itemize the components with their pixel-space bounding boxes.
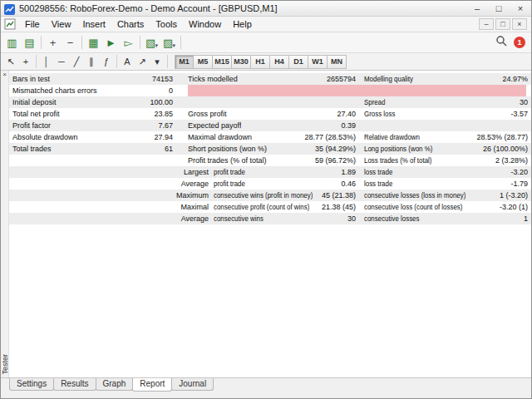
report-row: Averageconsecutive wins30consecutive los… — [9, 213, 531, 224]
tab-graph[interactable]: Graph — [96, 378, 134, 391]
trendline-icon[interactable]: ╱ — [69, 55, 84, 69]
timeframe-m1-button[interactable]: M1 — [175, 55, 194, 69]
zoom-in-icon[interactable]: + — [44, 34, 62, 52]
report-row: Absolute drawdown27.94Maximal drawdown28… — [9, 131, 531, 143]
search-icon[interactable] — [495, 35, 507, 50]
chart-document-icon[interactable] — [4, 18, 16, 30]
chart-shift-icon[interactable]: ▻ — [120, 34, 137, 52]
menu-view[interactable]: View — [46, 17, 77, 31]
report-label: loss trade — [364, 166, 392, 178]
report-cell: Gross loss-3.57 — [364, 108, 528, 120]
report-cell: Expected payoff0.39 — [188, 120, 356, 131]
candlestick-chart-icon[interactable]: ▤ — [21, 34, 38, 52]
report-label: Mismatched charts errors — [12, 85, 97, 96]
report-label: Maximal drawdown — [188, 131, 252, 143]
report-cell — [9, 155, 173, 166]
fibonacci-icon[interactable]: ƒ — [99, 55, 114, 69]
vertical-line-icon[interactable]: │ — [39, 55, 54, 69]
toolbar-separator — [41, 36, 42, 49]
tab-report[interactable]: Report — [132, 378, 172, 392]
channel-icon[interactable]: ∥ — [84, 55, 99, 69]
report-cell: consecutive losses1 — [364, 213, 528, 224]
report-cell: Bars in test74153 — [9, 73, 173, 85]
report-cell: Absolute drawdown27.94 — [9, 131, 173, 143]
close-icon[interactable]: × — [510, 1, 531, 16]
maximize-icon[interactable]: □ — [488, 1, 510, 16]
crosshair-icon[interactable]: + — [18, 55, 33, 69]
menu-charts[interactable]: Charts — [111, 17, 150, 31]
tab-journal[interactable]: Journal — [171, 378, 214, 391]
timeframe-m15-button[interactable]: M15 — [213, 55, 232, 69]
timeframe-group: M1M5M15M30H1H4D1W1MN — [175, 55, 347, 69]
report-row: Profit factor7.67Expected payoff0.39 — [9, 120, 531, 131]
timeframe-m5-button[interactable]: M5 — [194, 55, 213, 69]
main-toolbar-icons: ▥▤+−▦►▻▧▾▨▾ — [3, 34, 184, 52]
text-label-icon[interactable]: A — [120, 55, 135, 69]
report-value: 0.39 — [337, 120, 356, 131]
notification-badge[interactable]: 1 — [514, 37, 525, 48]
report-value: -3.20 (1) — [496, 201, 528, 213]
report-cell — [364, 120, 528, 131]
chart-minimize-icon[interactable]: – — [479, 18, 494, 30]
tile-windows-icon[interactable]: ▦ — [85, 34, 102, 52]
report-cell: consecutive wins (profit in money)45 (21… — [214, 190, 356, 201]
drawing-toolbar: ↖+│─╱∥ƒA↗▾ M1M5M15M30H1H4D1W1MN — [1, 53, 531, 71]
report-subrow-label: Average — [173, 213, 209, 224]
report-cell: Relative drawdown28.53% (28.77) — [364, 131, 528, 143]
report-value: 7.67 — [155, 120, 173, 131]
drawing-toolbar-icons: ↖+│─╱∥ƒA↗▾ — [3, 55, 170, 69]
menu-file[interactable]: File — [19, 17, 46, 31]
toolbar-separator — [81, 36, 82, 49]
timeframe-h4-button[interactable]: H4 — [270, 55, 289, 69]
timeframe-w1-button[interactable]: W1 — [308, 55, 328, 69]
menu-tools[interactable]: Tools — [150, 17, 183, 31]
profiles-icon[interactable]: ▨▾ — [160, 34, 178, 52]
report-value: 1 — [520, 213, 528, 224]
report-label: Gross loss — [364, 108, 395, 120]
report-row: Profit trades (% of total)59 (96.72%)Los… — [9, 155, 531, 166]
report-cell: Gross profit27.40 — [188, 108, 356, 120]
bar-chart-icon[interactable]: ▥ — [3, 34, 21, 52]
toolbar-separator — [116, 55, 117, 68]
bottom-strip — [1, 392, 531, 398]
timeframe-mn-button[interactable]: MN — [328, 55, 347, 69]
report-value: 27.94 — [150, 131, 173, 143]
minimize-icon[interactable]: – — [466, 1, 488, 16]
report-row: Total net profit23.85Gross profit27.40Gr… — [9, 108, 531, 120]
report-value: 24.97% — [499, 73, 528, 85]
report-cell: loss trade-1.79 — [364, 178, 528, 190]
report-row: Bars in test74153Ticks modelled2655794Mo… — [9, 73, 531, 85]
report-label: profit trade — [214, 178, 245, 190]
menu-window[interactable]: Window — [183, 17, 227, 31]
tab-settings[interactable]: Settings — [9, 378, 54, 391]
zoom-out-icon[interactable]: − — [62, 34, 79, 52]
report-value: 21.38 (45) — [318, 201, 356, 213]
timeframe-m30-button[interactable]: M30 — [232, 55, 251, 69]
menu-insert[interactable]: Insert — [76, 17, 111, 31]
chart-close-icon[interactable]: × — [512, 18, 527, 30]
timeframe-d1-button[interactable]: D1 — [289, 55, 308, 69]
report-cell: consecutive loss (count of losses)-3.20 … — [364, 201, 528, 213]
horizontal-line-icon[interactable]: ─ — [54, 55, 69, 69]
menu-bar: FileViewInsertChartsToolsWindowHelp – □ … — [1, 17, 531, 32]
report-value: -3.20 — [507, 166, 528, 178]
objects-dropdown-icon[interactable]: ▾ — [150, 55, 165, 69]
title-bar: 500298556: RoboForex-Demo - Demo Account… — [1, 1, 531, 17]
report-value: -3.57 — [507, 108, 528, 120]
report-label: Short positions (won %) — [188, 143, 267, 155]
report-value: 61 — [161, 143, 173, 155]
report-cell: profit trade0.46 — [214, 178, 356, 190]
report-label: Absolute drawdown — [12, 131, 78, 143]
tester-report-area: × Tester Bars in test74153Ticks modelled… — [1, 71, 531, 377]
auto-scroll-icon[interactable]: ► — [102, 34, 120, 52]
new-chart-icon[interactable]: ▧▾ — [143, 34, 160, 52]
menu-help[interactable]: Help — [227, 17, 258, 31]
report-row: Maximalconsecutive profit (count of wins… — [9, 201, 531, 213]
tab-results[interactable]: Results — [53, 378, 96, 391]
arrow-object-icon[interactable]: ↗ — [135, 55, 150, 69]
chart-restore-icon[interactable]: □ — [495, 18, 510, 30]
timeframe-h1-button[interactable]: H1 — [251, 55, 270, 69]
tester-close-icon[interactable]: × — [1, 71, 8, 79]
cursor-icon[interactable]: ↖ — [3, 55, 18, 69]
report-label: consecutive wins — [214, 213, 264, 224]
